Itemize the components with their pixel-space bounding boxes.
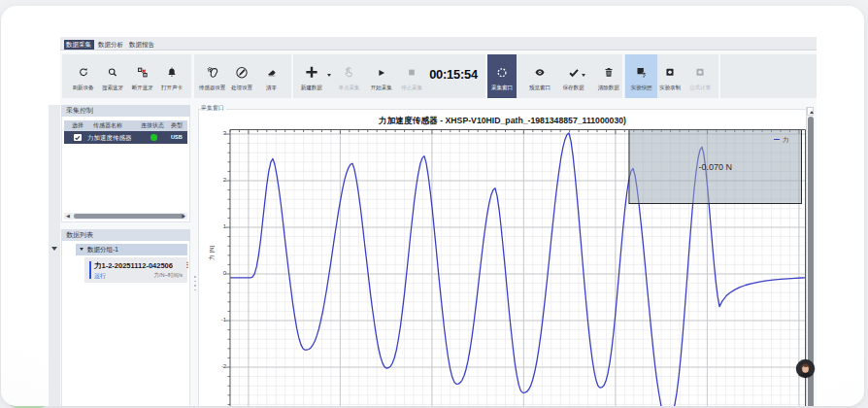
item-run-link[interactable]: 运行 [94,272,106,281]
new-data-button[interactable]: 新建数据 [297,54,326,98]
refresh-icon [78,67,88,78]
tap-icon [343,66,355,79]
hscroll-right-arrow-icon[interactable]: ▶ [182,214,185,219]
toolbar-group-5 [720,54,818,98]
panel-splitter-grip[interactable] [194,276,196,278]
plus-icon [304,65,318,80]
disconnect-icon [137,67,149,79]
search-icon [108,67,118,78]
sidebar-collapse-arrow-icon[interactable] [51,247,57,251]
search-bluetooth-button[interactable]: 搜索蓝牙 [98,54,127,98]
hscroll-thumb[interactable] [74,214,184,218]
dropdown-caret-icon[interactable] [582,74,585,77]
data-item-title: 力1-2-20251112-042506 [94,261,173,271]
app-window: 数据采集数据分析数据报告 刷新设备搜索蓝牙断开蓝牙打开声卡传感器设置处理设置清零… [1,6,864,406]
toolbar-button-label: 清除数据 [590,85,627,91]
legend-line-swatch [774,139,781,141]
preview-window-button[interactable]: 预览窗口 [525,54,554,98]
item-axes-label: 力/N~时间/s [154,272,184,279]
data-list-item[interactable]: 力1-2-20251112-042506 ⋮ 运行 力/N~时间/s [84,257,187,284]
dropdown-caret-icon[interactable] [327,74,331,77]
start-acquire-button[interactable]: 开始采集 [367,54,396,98]
sensor-table-row[interactable]: 力加速度传感器 USB [64,131,187,145]
column-connection-status: 连接状态 [141,120,164,131]
page-content: 数据采集数据分析数据报告 刷新设备搜索蓝牙断开蓝牙打开声卡传感器设置处理设置清零… [1,6,864,406]
zero-adjust-button[interactable]: 清零 [257,54,286,98]
sensor-name: 力加速度传感器 [87,131,132,145]
open-soundcard-button[interactable]: 打开声卡 [157,54,186,98]
refresh-devices-button[interactable]: 刷新设备 [69,54,98,98]
process-icon [235,66,249,80]
column-sensor-name: 传感器名称 [93,120,122,131]
assistant-avatar[interactable] [797,360,814,377]
tab-data-analysis[interactable]: 数据分析 [96,40,126,50]
group-expand-arrow-icon[interactable] [80,248,83,251]
acquisition-control-header: 采集控制 [61,105,190,117]
legend-series-label: 力 [783,136,789,143]
marquee-icon [496,67,508,79]
stop-icon [409,69,416,76]
bell-icon [167,67,178,78]
column-select: 选择 [72,120,83,131]
toolbar-button-label: 停止采集 [393,85,430,91]
panel-splitter-grip[interactable] [194,285,196,287]
experiment-snapshot-button[interactable]: 实验快照 [625,54,657,98]
sensor-table-header: 选择 传感器名称 连接状态 类型 [64,120,187,131]
vscroll-up-button[interactable] [807,107,814,116]
play-icon [378,69,385,77]
eye-icon [535,67,546,78]
chart-frame-label: 采集窗口 [201,104,224,113]
check-icon [568,67,580,79]
formula-calc-button[interactable]: 公式计算 [685,54,715,98]
toolbar-button-label: 公式计算 [682,85,718,91]
toolbar-button-label: 单点采集 [330,85,367,91]
sensor-checkbox[interactable] [74,134,82,142]
toolbar-button-label: 打开声卡 [153,85,190,91]
sensor-table-hscrollbar[interactable]: ◀ ▶ [64,213,187,220]
single-point-acquire-button[interactable]: 单点采集 [334,54,363,98]
hscroll-left-arrow-icon[interactable]: ◀ [66,214,70,219]
toolbar-button-label: 新建数据 [293,85,330,91]
clear-data-button[interactable]: 清除数据 [594,54,623,98]
experiment-record-button[interactable]: 实验录制 [655,54,684,98]
data-group-row[interactable]: 数据分组-1 [76,244,187,255]
tab-data-report[interactable]: 数据报告 [127,40,157,50]
trash-icon [603,67,614,78]
sensor-type: USB [171,131,183,145]
sensor-icon [206,66,219,80]
tab-data-acquisition[interactable]: 数据采集 [64,40,94,50]
snapshot-icon [635,66,648,79]
stop-acquire-button[interactable]: 停止采集 [397,54,426,98]
data-list-header: 数据列表 [61,229,190,241]
acquire-window-button[interactable]: 采集窗口 [487,54,517,98]
item-menu-icon[interactable]: ⋮ [184,261,191,269]
data-group-label: 数据分组-1 [87,244,118,255]
toolbar-button-label: 清零 [253,85,290,91]
process-settings-button[interactable]: 处理设置 [227,54,256,98]
chart-y-axis-label: 力 [N] [208,233,217,274]
toolbar-button-label: 预览窗口 [521,85,558,91]
vscroll-up-arrow-icon [810,111,814,114]
formula-icon [695,67,706,78]
sidebar-collapse-strip[interactable] [49,105,60,406]
eraser-icon [266,67,277,78]
item-accent-bar [89,261,91,280]
chart-title: 力加速度传感器 - XHSP-V10HID_path_-1981348857_1… [175,116,830,127]
toolbar-button-label: 采集窗口 [484,85,520,91]
cursor-value-readout: -0.070 N [699,162,733,172]
main-tab-bar: 数据采集数据分析数据报告 [60,37,817,51]
record-icon [665,67,676,78]
connection-status-dot [150,134,157,141]
acquisition-timer: 00:15:54 [428,67,479,82]
sensor-settings-button[interactable]: 传感器设置 [198,54,227,98]
toolbar-button-label: 保存数据 [555,85,592,91]
disconnect-bluetooth-button[interactable]: 断开蓝牙 [128,54,157,98]
